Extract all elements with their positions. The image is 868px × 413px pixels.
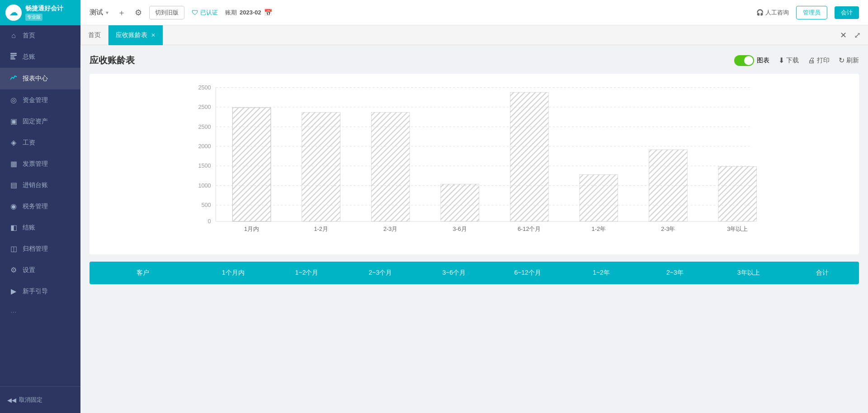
svg-text:2500: 2500	[198, 104, 211, 110]
sidebar-item-tax[interactable]: ◉ 税务管理	[0, 196, 80, 217]
svg-text:1000: 1000	[198, 183, 211, 189]
verified-badge: 🛡 已认证	[192, 9, 218, 17]
refresh-btn[interactable]: ↻ 刷新	[839, 56, 859, 65]
sidebar: ☁ 畅捷通好会计 专业版 ⌂ 首页 总账	[0, 0, 80, 413]
tax-icon: ◉	[9, 202, 18, 211]
page-content: 应收账龄表 图表 ⬇ 下载 🖨 打印 ↻ 刷新	[80, 45, 868, 413]
logo-text: 畅捷通好会计 专业版	[25, 5, 63, 21]
chevron-down-icon: ▾	[106, 9, 108, 16]
tabbar-right: ✕ ⤢	[838, 28, 868, 42]
tabbar: 首页 应收账龄表 ✕ ✕ ⤢	[80, 25, 868, 45]
topbar-actions: ＋ ⚙ 切到旧版	[116, 5, 184, 20]
sidebar-item-guide[interactable]: ▶ 新手引导	[0, 281, 80, 302]
table-header-3yplus: 3年以上	[712, 262, 785, 284]
close-period-icon: ◧	[9, 223, 18, 232]
sidebar-item-home[interactable]: ⌂ 首页	[0, 25, 80, 46]
workspace-name[interactable]: 测试 ▾	[90, 8, 108, 17]
sidebar-item-settings[interactable]: ⚙ 设置	[0, 259, 80, 281]
svg-text:2-3月: 2-3月	[383, 226, 397, 232]
toggle-switch[interactable]	[734, 55, 754, 66]
sidebar-item-sales-ledger[interactable]: ▤ 进销台账	[0, 174, 80, 196]
report-header: 应收账龄表 图表 ⬇ 下载 🖨 打印 ↻ 刷新	[90, 54, 859, 66]
svg-text:2500: 2500	[198, 84, 211, 91]
topbar-right: 🎧 人工咨询 管理员 会计	[756, 6, 859, 19]
tab-close-icon[interactable]: ✕	[151, 32, 156, 38]
assets-icon: ▣	[9, 117, 18, 126]
table-header-2-3y: 2~3年	[638, 262, 712, 284]
chart-area: 2500 2500 2500 2000 1500 1000 500 0	[90, 74, 859, 254]
print-icon: 🖨	[808, 56, 815, 65]
tab-home[interactable]: 首页	[80, 25, 108, 45]
svg-text:1-2月: 1-2月	[314, 226, 328, 232]
table-header: 客户 1个月内 1~2个月 2~3个月 3~6个月 6~12个月 1~2年 2~…	[90, 262, 859, 284]
svg-rect-3	[10, 58, 15, 60]
sidebar-item-close-period[interactable]: ◧ 结账	[0, 217, 80, 238]
tab-aging-report[interactable]: 应收账龄表 ✕	[108, 25, 163, 45]
sidebar-item-ledger[interactable]: 总账	[0, 46, 80, 68]
switch-version-btn[interactable]: 切到旧版	[149, 6, 184, 19]
svg-rect-2	[10, 56, 14, 58]
table-header-total: 合计	[785, 262, 859, 284]
svg-text:1月内: 1月内	[244, 226, 259, 232]
expand-icon[interactable]: ⤢	[852, 28, 863, 42]
sidebar-logo: ☁ 畅捷通好会计 专业版	[0, 0, 80, 25]
bar-2-3year	[649, 150, 687, 221]
sidebar-item-more[interactable]: ···	[0, 302, 80, 323]
ledger-icon	[9, 52, 18, 61]
svg-rect-1	[10, 55, 17, 56]
cancel-fixed-btn[interactable]: ◀◀ 取消固定	[0, 391, 80, 408]
role-btn[interactable]: 会计	[835, 6, 859, 19]
sidebar-item-reports[interactable]: 报表中心	[0, 68, 80, 89]
svg-text:3年以上: 3年以上	[727, 226, 748, 232]
add-icon[interactable]: ＋	[116, 5, 127, 20]
period-display: 账期 2023-02 📅	[225, 9, 273, 17]
svg-text:2500: 2500	[198, 124, 211, 130]
bar-3-6month	[441, 184, 479, 221]
sidebar-item-archive[interactable]: ◫ 归档管理	[0, 238, 80, 259]
print-btn[interactable]: 🖨 打印	[808, 56, 830, 65]
table-header-1m: 1个月内	[196, 262, 270, 284]
svg-text:2000: 2000	[198, 143, 211, 150]
more-icon: ···	[9, 308, 18, 316]
cancel-fixed-icon: ◀◀	[7, 397, 16, 404]
bar-1-2year	[580, 174, 618, 221]
logo-icon: ☁	[5, 5, 22, 21]
bar-1-2month	[302, 113, 340, 221]
admin-btn[interactable]: 管理员	[796, 6, 827, 19]
bar-6-12month	[510, 92, 548, 221]
funds-icon: ◎	[9, 96, 18, 104]
sidebar-bottom: ◀◀ 取消固定	[0, 386, 80, 413]
table-header-1-2y: 1~2年	[565, 262, 638, 284]
chart-container: 2500 2500 2500 2000 1500 1000 500 0	[103, 83, 845, 245]
download-btn[interactable]: ⬇ 下载	[778, 56, 799, 65]
calendar-icon[interactable]: 📅	[264, 9, 273, 17]
refresh-icon: ↻	[839, 56, 844, 65]
sidebar-item-payroll[interactable]: ◈ 工资	[0, 132, 80, 153]
reports-icon	[9, 74, 18, 83]
table-header-6-12m: 6~12个月	[491, 262, 565, 284]
chart-toggle: 图表	[734, 55, 769, 66]
sidebar-nav: ⌂ 首页 总账 报表中心	[0, 25, 80, 386]
main-content: 测试 ▾ ＋ ⚙ 切到旧版 🛡 已认证 账期 2023-02 📅 🎧 人工咨询 …	[80, 0, 868, 413]
download-icon: ⬇	[778, 56, 784, 65]
sidebar-item-assets[interactable]: ▣ 固定资产	[0, 111, 80, 132]
close-window-icon[interactable]: ✕	[838, 28, 849, 42]
sidebar-item-funds[interactable]: ◎ 资金管理	[0, 89, 80, 111]
bar-3yearplus	[718, 166, 757, 221]
topbar: 测试 ▾ ＋ ⚙ 切到旧版 🛡 已认证 账期 2023-02 📅 🎧 人工咨询 …	[80, 0, 868, 25]
sidebar-item-invoice[interactable]: ▦ 发票管理	[0, 153, 80, 174]
svg-rect-0	[10, 53, 17, 54]
archive-icon: ◫	[9, 244, 18, 253]
table-header-2-3m: 2~3个月	[344, 262, 417, 284]
table-header-customer: 客户	[90, 262, 196, 284]
svg-text:6-12个月: 6-12个月	[518, 226, 541, 232]
sales-ledger-icon: ▤	[9, 181, 18, 189]
gear-icon: ⚙	[9, 266, 18, 274]
bar-1month	[232, 108, 271, 221]
settings-icon[interactable]: ⚙	[133, 6, 144, 19]
service-btn[interactable]: 🎧 人工咨询	[756, 9, 789, 17]
guide-icon: ▶	[9, 287, 18, 296]
svg-text:1-2年: 1-2年	[592, 226, 606, 232]
shield-icon: 🛡	[192, 9, 198, 16]
svg-text:3-6月: 3-6月	[453, 226, 467, 232]
